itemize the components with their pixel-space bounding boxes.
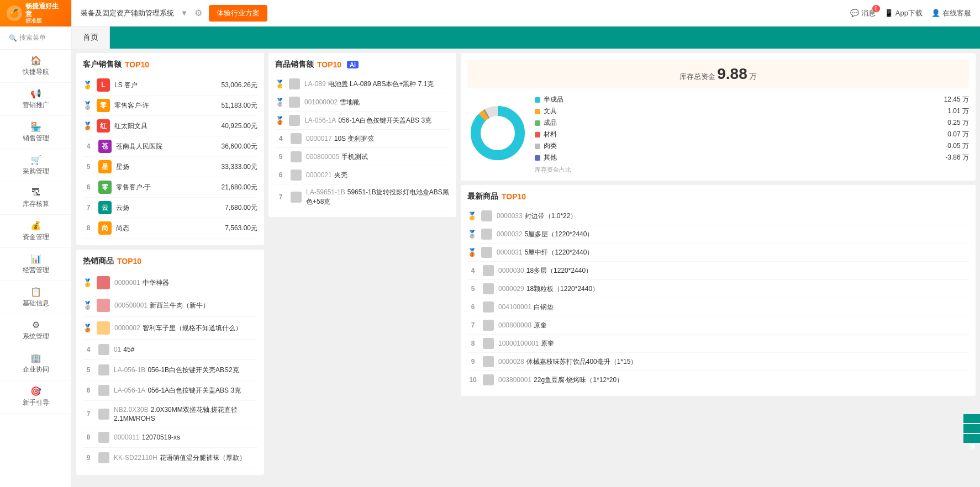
legend-name: 成品: [544, 118, 944, 128]
breadcrumb-tab-home[interactable]: 首页: [72, 27, 110, 49]
medal-icon: 🥇: [83, 278, 92, 287]
rank-number: 4: [83, 346, 94, 353]
product-thumb: [483, 283, 494, 294]
home-icon: 🏠: [30, 55, 41, 66]
customer-amount: 36,600.00元: [222, 142, 257, 151]
rank-number: 6: [467, 303, 478, 311]
product-info: 00380000122g鱼豆腐·烧烤味（1*12*20）: [498, 375, 969, 385]
sidebar-item-operation[interactable]: 📊 经营管理: [0, 248, 71, 281]
product-top10-card: 商品销售额 TOP10 Ai 🥇 LA-089电池盖 LA-089 ABS本色+…: [268, 53, 456, 217]
top10-label: TOP10: [125, 60, 149, 69]
sidebar-item-quick-nav[interactable]: 🏠 快捷导航: [0, 50, 71, 83]
sidebar-item-label: 企业协同: [23, 365, 49, 374]
sidebar-item-enterprise[interactable]: 🏢 企业协同: [0, 347, 71, 380]
product-info: 0000001中华神器: [114, 278, 257, 288]
product-thumb: [291, 133, 302, 144]
page-body: 客户销售额 TOP10 🥇 L LS 客户 53,006.26元: [72, 49, 980, 487]
medal-icon: 🥇: [467, 211, 477, 220]
customer-amount: 53,006.26元: [222, 81, 257, 90]
customer-service-button[interactable]: 客服热线: [963, 414, 980, 423]
inventory-total-value: 9.88: [717, 65, 747, 82]
legend-value: -3.86 万: [945, 153, 969, 162]
legend-dot: [535, 132, 540, 137]
product-info: LA-056-1B056-1B白色按键开关壳ABS2克: [114, 366, 257, 375]
online-service-button[interactable]: 👤 在线客服: [931, 8, 971, 18]
product-info: LA-59651-1B59651-1B旋转投影灯电池盒ABS黑色+58克: [306, 188, 450, 207]
product-info: 00000325厘多层（1220*2440）: [497, 230, 969, 239]
sidebar-item-finance[interactable]: 💰 资金管理: [0, 215, 71, 248]
live-button[interactable]: 直播: [963, 434, 980, 443]
legend-item-stationery: 文具 1.01 万: [535, 105, 969, 117]
trial-plan-button[interactable]: 体验行业方案: [209, 5, 267, 22]
dropdown-icon[interactable]: ▼: [181, 9, 188, 17]
app-download-label: App下载: [895, 8, 923, 18]
sidebar-item-inventory[interactable]: 🏗 库存核算: [0, 182, 71, 215]
product-thumb: [481, 247, 492, 258]
product-thumb: [481, 210, 492, 221]
legend-dot: [535, 97, 540, 103]
product-thumbnail: [97, 276, 110, 289]
app-edition: 标准版: [25, 18, 65, 24]
avatar: 零: [97, 99, 110, 112]
latest-product-item: 9 0000028体械嘉枝味苏打饮品400毫升（1*15）: [467, 353, 969, 371]
sidebar-item-purchase[interactable]: 🛒 采购管理: [0, 149, 71, 182]
customer-rank-item: 7 云 云扬 7,680.00元: [83, 198, 257, 218]
latest-product-item: 🥉 00000315厘中纤（1220*2440）: [467, 244, 969, 262]
legend-name: 文具: [544, 107, 944, 116]
sidebar-item-marketing[interactable]: 📢 营销推广: [0, 83, 71, 116]
legend-name: 其他: [544, 153, 942, 162]
float-buttons: 客服热线 服务社区 直播: [963, 414, 980, 443]
product-info: 004100001白钢垫: [498, 303, 969, 312]
customer-top10-title: 客户销售额 TOP10: [83, 60, 257, 70]
product-thumb: [289, 115, 300, 126]
hot-product-item: 4 0145#: [83, 340, 257, 360]
sidebar-search-section[interactable]: 🔍 搜索菜单: [0, 27, 71, 50]
avatar: 云: [98, 201, 112, 214]
home-breadcrumb-label: 首页: [83, 33, 98, 43]
sidebar-item-system[interactable]: ⚙ 系统管理: [0, 314, 71, 347]
product-info: 000002918颗粒板（1220*2440）: [498, 284, 969, 294]
app-name: 畅捷通好生意: [25, 2, 65, 18]
service-community-button[interactable]: 服务社区: [963, 424, 980, 433]
sidebar-item-label: 新手引导: [23, 398, 49, 407]
sidebar-item-guide[interactable]: 🎯 新手引导: [0, 380, 71, 414]
legend-dot: [535, 144, 540, 149]
product-info: 000001710S 变刹罗弦: [306, 134, 450, 144]
customer-name: 苍南县人民医院: [116, 142, 217, 151]
rank-number: 4: [467, 267, 478, 274]
hot-products-card: 热销商品 TOP10 🥇 0000001中华神器 🥈 000500001新西兰: [76, 250, 264, 475]
product-thumb: [483, 338, 494, 349]
system-icon: ⚙: [32, 320, 40, 330]
customer-amount: 51,183.00元: [222, 101, 257, 110]
sidebar-item-sales[interactable]: 🏪 销售管理: [0, 116, 71, 149]
hot-product-item: 5 LA-056-1B056-1B白色按键开关壳ABS2克: [83, 360, 257, 380]
sidebar-item-basic-info[interactable]: 📋 基础信息: [0, 281, 71, 314]
customer-name: 红太阳文具: [114, 121, 217, 131]
product-info: 0145#: [114, 346, 257, 353]
legend-value: 12.45 万: [944, 95, 969, 104]
service-icon: 👤: [931, 9, 940, 17]
inventory-card: 库存总资金 9.88 万: [461, 53, 976, 181]
hot-product-item: 6 LA-056-1A056-1A白色按键开关盖ABS 3克: [83, 380, 257, 401]
hot-product-item: 🥇 0000001中华神器: [83, 272, 257, 294]
hot-product-item: 7 NB2.0X30B2.0X30MM双搓花轴.搓花直径2.1MM/ROHS: [83, 401, 257, 427]
customer-name: 星扬: [116, 162, 217, 172]
legend-value: 0.07 万: [947, 130, 969, 139]
main-area: 装备及固定资产辅助管理系统 ▼ ⚙ 体验行业方案 💬 消息 6 📱 App下载 …: [72, 0, 980, 487]
rank-number: 7: [275, 193, 286, 201]
product-thumb: [483, 301, 494, 313]
product-thumb: [291, 151, 302, 162]
hot-product-list: 🥇 0000001中华神器 🥈 000500001新西兰牛肉（新牛） 🥉: [83, 272, 257, 468]
message-button[interactable]: 💬 消息 6: [850, 8, 876, 18]
customer-rank-item: 4 苍 苍南县人民医院 36,600.00元: [83, 136, 257, 157]
inventory-legend: 半成品 12.45 万 文具 1.01 万 成品 0: [535, 94, 969, 174]
app-download-button[interactable]: 📱 App下载: [884, 8, 923, 18]
search-menu-trigger[interactable]: 🔍 搜索菜单: [6, 31, 66, 45]
medal-icon: 🥈: [83, 301, 92, 310]
sidebar-item-label: 资金管理: [23, 232, 49, 242]
customer-amount: 7,563.00元: [225, 224, 257, 233]
rank-number: 6: [275, 171, 286, 179]
legend-dot: [535, 120, 540, 126]
latest-product-item: 🥇 0000033封边带（1.0*22）: [467, 207, 969, 225]
settings-icon[interactable]: ⚙: [194, 8, 202, 18]
